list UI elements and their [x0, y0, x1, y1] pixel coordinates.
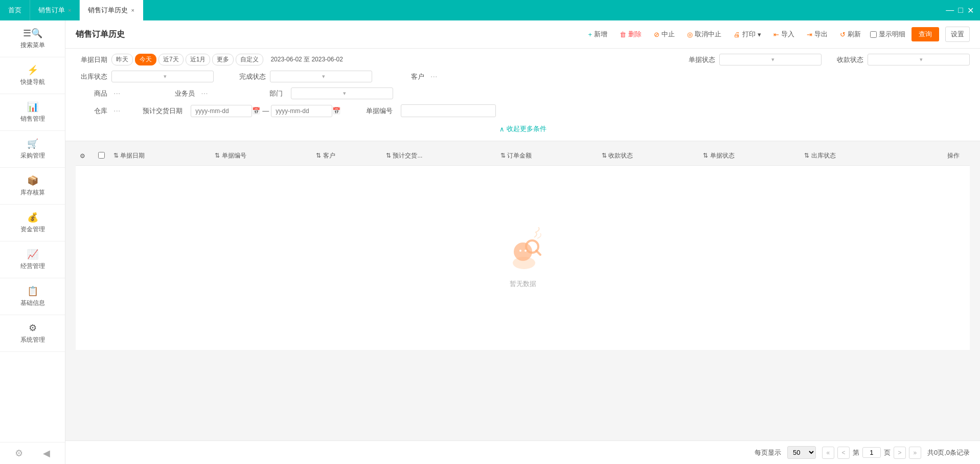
tab-home[interactable]: 首页 [0, 0, 30, 20]
page-label: 第 [853, 448, 859, 457]
gear-header[interactable]: ⚙ [76, 146, 94, 166]
filter-row-1: 单据日期 昨天 今天 近7天 近1月 更多 自定义 2023-06-02 至 2… [76, 54, 970, 65]
sidebar-item-sys-mgmt-label: 系统管理 [20, 336, 45, 344]
sidebar-collapse-btn[interactable]: ◀ [43, 448, 50, 459]
add-btn[interactable]: + 新增 [585, 28, 610, 41]
cancel-stop-btn[interactable]: ◎ 取消中止 [684, 28, 724, 41]
close-sales-order-history-tab[interactable]: × [131, 7, 134, 13]
empty-illustration [497, 227, 549, 273]
sidebar-item-sys-mgmt[interactable]: ⚙ 系统管理 [0, 315, 65, 352]
page-num-input[interactable] [862, 447, 881, 458]
date-btn-more[interactable]: 更多 [212, 54, 234, 65]
print-btn[interactable]: 🖨 打印 ▾ [731, 28, 764, 41]
fund-mgmt-icon: 💰 [27, 212, 38, 223]
add-icon: + [588, 31, 592, 38]
main-layout: ☰🔍 搜索菜单 ⚡ 快捷导航 📊 销售管理 🛒 采购管理 📦 库存核算 💰 资金… [0, 20, 980, 464]
first-page-btn[interactable]: « [822, 447, 834, 459]
top-bar: 首页 销售订单 × 销售订单历史 × — □ ✕ [0, 0, 980, 20]
date-label: 单据日期 [76, 55, 111, 64]
doc-status-select[interactable]: ▾ [719, 54, 822, 65]
query-btn[interactable]: 查询 [911, 27, 939, 41]
table-head: ⚙ ⇅ 单据日期 ⇅ 单据编号 ⇅ 客户 ⇅ 预计交货... [76, 146, 970, 166]
page-header: 销售订单历史 + 新增 🗑 删除 ⊘ 中止 ◎ 取消中止 [65, 20, 980, 49]
col-delivery-date-label: ⇅ 预计交货... [386, 152, 422, 159]
checkbox-header[interactable] [94, 146, 109, 166]
sidebar-item-purchase-mgmt[interactable]: 🛒 采购管理 [0, 131, 65, 168]
delivery-date-to-icon[interactable]: 📅 [332, 107, 340, 115]
search-menu-icon: ☰🔍 [23, 28, 42, 39]
salesman-dots[interactable]: ··· [199, 89, 210, 98]
window-close-btn[interactable]: ✕ [967, 6, 974, 15]
complete-status-select[interactable]: ▾ [270, 71, 372, 82]
filter-row-4: 仓库 ··· 预计交货日期 📅 — 📅 单据编号 [76, 104, 970, 117]
close-sales-order-tab[interactable]: × [68, 7, 71, 13]
sidebar-item-fund-mgmt[interactable]: 💰 资金管理 [0, 205, 65, 241]
base-info-icon: 📋 [27, 285, 38, 297]
sidebar-settings-btn[interactable]: ⚙ [15, 448, 23, 459]
table-header-row: ⚙ ⇅ 单据日期 ⇅ 单据编号 ⇅ 客户 ⇅ 预计交货... [76, 146, 970, 166]
warehouse-dots[interactable]: ··· [111, 106, 122, 116]
sidebar-item-search-menu-label: 搜索菜单 [20, 41, 45, 50]
next-page-btn[interactable]: > [894, 447, 906, 459]
delivery-date-to-input[interactable] [271, 105, 332, 117]
tab-sales-order[interactable]: 销售订单 × [30, 0, 80, 20]
empty-state-row: 暂无数据 [76, 166, 970, 350]
ops-mgmt-icon: 📈 [27, 249, 38, 260]
refresh-btn[interactable]: ↺ 刷新 [837, 28, 864, 41]
last-page-btn[interactable]: » [909, 447, 921, 459]
top-tabs: 首页 销售订单 × 销售订单历史 × [0, 0, 143, 20]
customer-dots[interactable]: ··· [428, 72, 439, 81]
delete-btn[interactable]: 🗑 删除 [617, 28, 645, 41]
date-btn-1month[interactable]: 近1月 [186, 54, 211, 65]
delivery-date-from-input[interactable] [191, 105, 252, 117]
display-toggle-label: 显示明细 [879, 30, 905, 39]
doc-number-input[interactable] [401, 104, 496, 117]
dept-select[interactable]: ▾ [291, 87, 393, 99]
salesman-label: 业务员 [163, 89, 199, 98]
col-number: ⇅ 单据编号 [211, 146, 312, 166]
select-all-checkbox[interactable] [98, 152, 105, 159]
sidebar-item-base-info[interactable]: 📋 基础信息 [0, 278, 65, 315]
delete-icon: 🗑 [620, 31, 626, 38]
date-btn-today[interactable]: 今天 [135, 54, 156, 65]
date-btn-7days[interactable]: 近7天 [158, 54, 184, 65]
page-size-select[interactable]: 10 20 50 100 [787, 446, 816, 459]
print-arrow-icon: ▾ [758, 31, 761, 38]
stop-btn[interactable]: ⊘ 中止 [651, 28, 678, 41]
sales-mgmt-icon: 📊 [27, 101, 38, 113]
complete-status-label: 完成状态 [234, 72, 270, 81]
sidebar-item-ops-mgmt[interactable]: 📈 经营管理 [0, 241, 65, 278]
import-icon: ⇤ [773, 31, 779, 38]
export-icon: ⇥ [807, 31, 812, 38]
display-toggle-checkbox[interactable] [870, 31, 877, 38]
payment-status-select[interactable]: ▾ [868, 54, 970, 65]
delivery-date-from-icon[interactable]: 📅 [252, 107, 260, 115]
delivery-status-label: 出库状态 [76, 72, 111, 81]
collapse-filter-btn[interactable]: ∧ 收起更多条件 [76, 122, 970, 136]
sidebar-item-stock-calc[interactable]: 📦 库存核算 [0, 168, 65, 205]
display-toggle[interactable]: 显示明细 [870, 30, 905, 39]
delivery-status-select[interactable]: ▾ [111, 71, 214, 82]
warehouse-label: 仓库 [76, 106, 111, 116]
collapse-label: 收起更多条件 [507, 124, 546, 134]
product-dots[interactable]: ··· [111, 89, 122, 98]
export-btn[interactable]: ⇥ 导出 [804, 28, 831, 41]
sidebar-item-search-menu[interactable]: ☰🔍 搜索菜单 [0, 20, 65, 57]
cancel-stop-icon: ◎ [687, 31, 693, 38]
tab-sales-order-history[interactable]: 销售订单历史 × [80, 0, 143, 20]
window-min-btn[interactable]: — [946, 6, 954, 15]
col-customer-label: ⇅ 客户 [316, 152, 335, 159]
purchase-mgmt-icon: 🛒 [27, 138, 38, 149]
sidebar-item-sales-mgmt-label: 销售管理 [20, 115, 45, 123]
prev-page-btn[interactable]: < [837, 447, 850, 459]
date-btn-yesterday[interactable]: 昨天 [111, 54, 133, 65]
window-max-btn[interactable]: □ [958, 6, 963, 15]
sidebar-item-quick-nav[interactable]: ⚡ 快捷导航 [0, 57, 65, 94]
date-btn-custom[interactable]: 自定义 [236, 54, 263, 65]
filter-row-3: 商品 ··· 业务员 ··· 部门 ▾ [76, 87, 970, 99]
settings-btn[interactable]: 设置 [945, 27, 970, 42]
total-records: 共0页,0条记录 [927, 448, 970, 457]
sidebar-item-quick-nav-label: 快捷导航 [20, 78, 45, 86]
import-btn[interactable]: ⇤ 导入 [770, 28, 797, 41]
sidebar-item-sales-mgmt[interactable]: 📊 销售管理 [0, 94, 65, 131]
